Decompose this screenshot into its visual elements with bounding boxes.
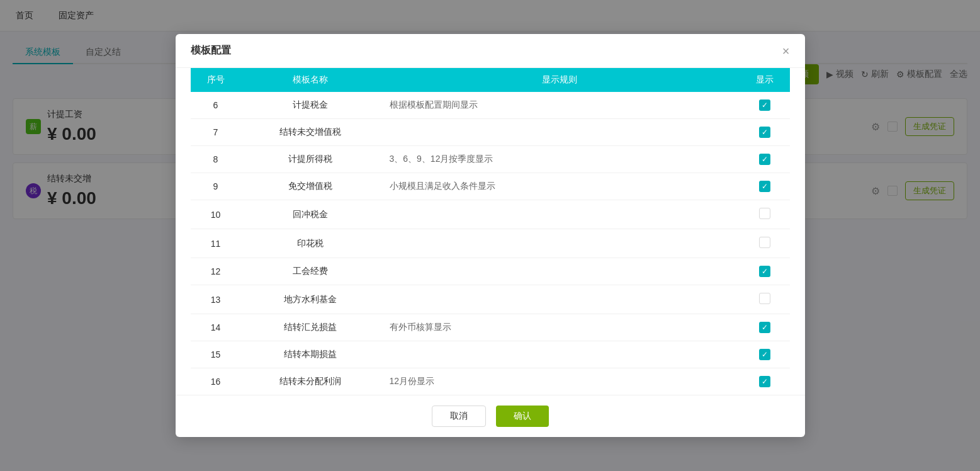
cell-no-1: 7 <box>191 119 241 146</box>
cell-check-2: ✓ <box>740 146 790 173</box>
cancel-button[interactable]: 取消 <box>432 406 486 427</box>
col-header-no: 序号 <box>191 68 241 92</box>
cell-rule-5 <box>380 229 740 258</box>
cell-check-3: ✓ <box>740 173 790 200</box>
modal-body: 序号 模板名称 显示规则 显示 6计提税金根据模板配置期间显示✓7结转未交增值税… <box>176 68 805 395</box>
cell-check-8: ✓ <box>740 314 790 341</box>
col-header-rule: 显示规则 <box>380 68 740 92</box>
cell-no-9: 15 <box>191 341 241 368</box>
table-row: 6计提税金根据模板配置期间显示✓ <box>191 92 790 119</box>
table-header-row: 序号 模板名称 显示规则 显示 <box>191 68 790 92</box>
confirm-button[interactable]: 确认 <box>496 406 549 427</box>
checkbox-checked-2[interactable]: ✓ <box>759 154 770 165</box>
table-row: 16结转未分配利润12月份显示✓ <box>191 368 790 395</box>
cell-name-6: 工会经费 <box>241 258 380 285</box>
modal-header: 模板配置 × <box>176 34 805 68</box>
cell-name-3: 免交增值税 <box>241 173 380 200</box>
cell-rule-2: 3、6、9、12月按季度显示 <box>380 146 740 173</box>
checkbox-checked-6[interactable]: ✓ <box>759 266 770 277</box>
checkbox-unchecked-5[interactable] <box>759 237 770 248</box>
checkbox-checked-3[interactable]: ✓ <box>759 181 770 192</box>
cell-check-10: ✓ <box>740 368 790 395</box>
cell-no-5: 11 <box>191 229 241 258</box>
checkbox-unchecked-7[interactable] <box>759 293 770 304</box>
cell-check-6: ✓ <box>740 258 790 285</box>
cell-rule-6 <box>380 258 740 285</box>
cell-no-4: 10 <box>191 200 241 229</box>
cell-check-7 <box>740 285 790 314</box>
table-head: 序号 模板名称 显示规则 显示 <box>191 68 790 92</box>
cell-name-10: 结转未分配利润 <box>241 368 380 395</box>
modal-title: 模板配置 <box>191 44 231 57</box>
cell-rule-7 <box>380 285 740 314</box>
table-row: 10回冲税金 <box>191 200 790 229</box>
table-row: 13地方水利基金 <box>191 285 790 314</box>
checkbox-checked-10[interactable]: ✓ <box>759 376 770 387</box>
cell-name-2: 计提所得税 <box>241 146 380 173</box>
modal-close-button[interactable]: × <box>782 45 790 57</box>
table-row: 11印花税 <box>191 229 790 258</box>
cell-name-1: 结转未交增值税 <box>241 119 380 146</box>
cell-name-5: 印花税 <box>241 229 380 258</box>
table-row: 12工会经费✓ <box>191 258 790 285</box>
table-row: 7结转未交增值税✓ <box>191 119 790 146</box>
cell-no-10: 16 <box>191 368 241 395</box>
cell-name-0: 计提税金 <box>241 92 380 119</box>
cell-name-4: 回冲税金 <box>241 200 380 229</box>
cell-no-8: 14 <box>191 314 241 341</box>
cell-no-6: 12 <box>191 258 241 285</box>
checkbox-checked-1[interactable]: ✓ <box>759 127 770 138</box>
checkbox-unchecked-4[interactable] <box>759 208 770 219</box>
modal-overlay: 模板配置 × 序号 模板名称 显示规则 显示 6计提税金根据模板配置期间显示✓7… <box>0 0 980 471</box>
cell-no-7: 13 <box>191 285 241 314</box>
col-header-name: 模板名称 <box>241 68 380 92</box>
modal-footer: 取消 确认 <box>176 395 805 437</box>
cell-name-9: 结转本期损益 <box>241 341 380 368</box>
cell-check-9: ✓ <box>740 341 790 368</box>
cell-rule-3: 小规模且满足收入条件显示 <box>380 173 740 200</box>
cell-name-7: 地方水利基金 <box>241 285 380 314</box>
cell-rule-10: 12月份显示 <box>380 368 740 395</box>
modal-template-config: 模板配置 × 序号 模板名称 显示规则 显示 6计提税金根据模板配置期间显示✓7… <box>176 34 805 437</box>
cell-rule-0: 根据模板配置期间显示 <box>380 92 740 119</box>
cell-check-5 <box>740 229 790 258</box>
checkbox-checked-8[interactable]: ✓ <box>759 322 770 333</box>
table-row: 8计提所得税3、6、9、12月按季度显示✓ <box>191 146 790 173</box>
cell-no-2: 8 <box>191 146 241 173</box>
cell-check-1: ✓ <box>740 119 790 146</box>
col-header-display: 显示 <box>740 68 790 92</box>
cell-rule-8: 有外币核算显示 <box>380 314 740 341</box>
checkbox-checked-0[interactable]: ✓ <box>759 99 770 111</box>
table-row: 9免交增值税小规模且满足收入条件显示✓ <box>191 173 790 200</box>
cell-check-0: ✓ <box>740 92 790 119</box>
checkbox-checked-9[interactable]: ✓ <box>759 349 770 360</box>
cell-rule-1 <box>380 119 740 146</box>
cell-rule-4 <box>380 200 740 229</box>
cell-no-3: 9 <box>191 173 241 200</box>
table-body: 6计提税金根据模板配置期间显示✓7结转未交增值税✓8计提所得税3、6、9、12月… <box>191 92 790 395</box>
config-table: 序号 模板名称 显示规则 显示 6计提税金根据模板配置期间显示✓7结转未交增值税… <box>191 68 790 395</box>
cell-no-0: 6 <box>191 92 241 119</box>
cell-rule-9 <box>380 341 740 368</box>
cell-check-4 <box>740 200 790 229</box>
table-row: 15结转本期损益✓ <box>191 341 790 368</box>
table-row: 14结转汇兑损益有外币核算显示✓ <box>191 314 790 341</box>
cell-name-8: 结转汇兑损益 <box>241 314 380 341</box>
